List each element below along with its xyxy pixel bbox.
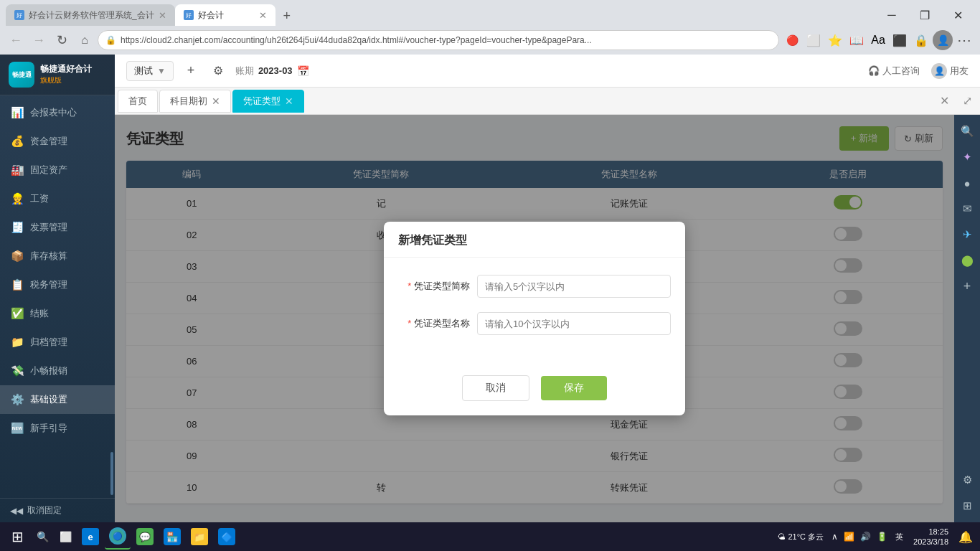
- taskbar-search-button[interactable]: 🔍: [32, 526, 53, 547]
- weather-info[interactable]: 🌤 21°C 多云: [775, 532, 826, 542]
- right-panel-btn-7[interactable]: +: [956, 276, 978, 297]
- right-panel-btn-3[interactable]: ●: [956, 172, 978, 194]
- taskbar-clock[interactable]: 18:25 2023/3/18: [909, 527, 953, 547]
- extension-btn-2[interactable]: ⬜: [804, 30, 824, 50]
- extension-btn-1[interactable]: 🔴: [782, 30, 802, 50]
- page-tab-voucher-type[interactable]: 凭证类型✕: [232, 90, 304, 113]
- extension-btn-4[interactable]: 📖: [847, 30, 867, 50]
- right-panel-btn-5[interactable]: ✈: [956, 224, 978, 245]
- sidebar-item-dashboard[interactable]: 📊会报表中心: [0, 98, 115, 127]
- address-bar[interactable]: 🔒 https://cloud2.chanjet.com/accounting/…: [98, 30, 779, 50]
- page-tab-home[interactable]: 首页: [118, 90, 158, 113]
- tab-label-home: 首页: [128, 95, 147, 108]
- right-panel-btn-2[interactable]: ✦: [956, 146, 978, 168]
- sidebar-item-settings[interactable]: ⚙️基础设置: [0, 385, 115, 414]
- nav-label-guide: 新手引导: [30, 422, 67, 435]
- taskbar-app-store[interactable]: 🏪: [159, 524, 185, 550]
- close-button[interactable]: ✕: [941, 4, 974, 26]
- tab-expand-window[interactable]: ⤢: [957, 91, 977, 111]
- sidebar-item-capital[interactable]: 💰资金管理: [0, 127, 115, 156]
- right-panel-btn-1[interactable]: 🔍: [956, 121, 978, 142]
- taskbar-task-view[interactable]: ⬜: [55, 526, 76, 547]
- page-content: 凭证类型 + 新增 ↻ 刷新 编码凭证类型简称凭证类型名称是否启用01记记账凭证…: [115, 115, 954, 522]
- home-button[interactable]: ⌂: [75, 30, 95, 50]
- form-field-name: * 凭证类型名称: [398, 312, 671, 335]
- extension-btn-5[interactable]: Aa: [868, 30, 888, 50]
- right-panel-settings-btn[interactable]: ⚙: [956, 469, 978, 491]
- more-button[interactable]: ⋯: [954, 30, 974, 50]
- sidebar-scrollbar[interactable]: [110, 452, 113, 495]
- language-indicator[interactable]: 英: [892, 530, 906, 544]
- restore-button[interactable]: ❐: [908, 4, 941, 26]
- consult-button[interactable]: 🎧 人工咨询: [868, 65, 920, 77]
- nav-label-payroll: 工资: [30, 192, 49, 205]
- nav-icon-settings: ⚙️: [10, 392, 24, 407]
- reload-button[interactable]: ↻: [52, 30, 72, 50]
- sidebar-item-checkout[interactable]: ✅结账: [0, 299, 115, 328]
- sidebar-item-expense[interactable]: 💸小畅报销: [0, 357, 115, 385]
- modal-overlay: 新增凭证类型 * 凭证类型简称: [115, 115, 954, 522]
- profile-button[interactable]: 👤: [933, 30, 953, 50]
- taskbar-app-chrome[interactable]: 🔵: [105, 524, 131, 550]
- weather-text: 21°C 多云: [788, 532, 824, 542]
- cancel-fix-label: 取消固定: [27, 504, 62, 517]
- user-label: 用友: [950, 65, 969, 77]
- tab-close-window[interactable]: ✕: [934, 91, 954, 111]
- taskbar-app-edge[interactable]: e: [77, 524, 103, 550]
- tab1-close[interactable]: ✕: [159, 10, 166, 21]
- extension-btn-6[interactable]: ⬛: [890, 30, 910, 50]
- minimize-button[interactable]: ─: [875, 4, 908, 26]
- sidebar-item-invoice[interactable]: 🧾发票管理: [0, 213, 115, 242]
- notification-button[interactable]: 🔔: [956, 527, 976, 547]
- calendar-icon[interactable]: 📅: [297, 65, 309, 77]
- user-icon: 👤: [931, 63, 947, 79]
- sidebar-item-member[interactable]: 👑畅会员: [0, 443, 115, 449]
- tab-label-subject: 科目期初: [170, 95, 207, 108]
- extension-btn-3[interactable]: ⭐: [825, 30, 845, 50]
- modal-header: 新增凭证类型: [384, 222, 685, 258]
- window-controls: ─ ❐ ✕: [875, 4, 974, 26]
- field-short-input[interactable]: [477, 275, 671, 298]
- right-panel-btn-6[interactable]: ⬤: [956, 250, 978, 271]
- forward-button[interactable]: →: [29, 30, 49, 50]
- extension-btn-7[interactable]: 🔒: [911, 30, 931, 50]
- sidebar-footer[interactable]: ◀◀ 取消固定: [0, 498, 115, 522]
- taskbar-app-edge2[interactable]: 🔷: [214, 524, 240, 550]
- nav-label-archive: 归档管理: [30, 336, 67, 349]
- settings-btn[interactable]: ⚙: [208, 61, 228, 81]
- sidebar-item-archive[interactable]: 📁归档管理: [0, 328, 115, 357]
- taskbar-app-wechat[interactable]: 💬: [132, 524, 158, 550]
- network-icon[interactable]: 📶: [842, 530, 857, 543]
- right-panel: 🔍 ✦ ● ✉ ✈ ⬤ + ⚙ ⊞: [954, 115, 980, 522]
- add-btn[interactable]: +: [181, 61, 201, 81]
- sidebar-item-guide[interactable]: 🆕新手引导: [0, 414, 115, 443]
- company-selector[interactable]: 测试 ▼: [126, 61, 174, 81]
- sidebar-item-payroll[interactable]: 👷工资: [0, 184, 115, 213]
- sys-icons: ∧ 📶 🔊 🔋: [829, 530, 890, 543]
- taskbar: ⊞ 🔍 ⬜ e 🔵 💬 🏪 📁 🔷 🌤 21°C 多云 ∧ 📶 🔊 🔋 英 18: [0, 522, 980, 551]
- battery-icon[interactable]: 🔋: [875, 530, 890, 543]
- right-panel-btn-4[interactable]: ✉: [956, 198, 978, 220]
- browser-tab-1[interactable]: 好 好会计云财务软件管理系统_会计 ✕: [6, 4, 175, 26]
- sidebar-item-tax[interactable]: 📋税务管理: [0, 270, 115, 299]
- nav-label-expense: 小畅报销: [30, 364, 67, 377]
- tab-close-voucher-type[interactable]: ✕: [285, 95, 293, 107]
- sidebar-item-inventory[interactable]: 📦库存核算: [0, 242, 115, 270]
- expand-icon[interactable]: ∧: [829, 530, 840, 543]
- tab2-close[interactable]: ✕: [259, 10, 267, 21]
- user-button[interactable]: 👤 用友: [931, 63, 969, 79]
- page-tab-subject[interactable]: 科目期初✕: [159, 90, 231, 113]
- field-name-input[interactable]: [477, 312, 671, 335]
- start-button[interactable]: ⊞: [4, 524, 30, 550]
- new-tab-button[interactable]: +: [277, 6, 297, 26]
- sidebar-item-assets[interactable]: 🏭固定资产: [0, 156, 115, 184]
- modal-footer: 取消 保存: [384, 367, 685, 415]
- right-panel-grid-btn[interactable]: ⊞: [956, 495, 978, 517]
- volume-icon[interactable]: 🔊: [858, 530, 873, 543]
- back-button[interactable]: ←: [6, 30, 26, 50]
- cancel-button[interactable]: 取消: [462, 375, 529, 401]
- tab-close-subject[interactable]: ✕: [212, 95, 220, 107]
- save-button[interactable]: 保存: [541, 376, 607, 400]
- taskbar-app-folder[interactable]: 📁: [187, 524, 212, 550]
- browser-tab-2[interactable]: 好 好会计 ✕: [175, 4, 275, 26]
